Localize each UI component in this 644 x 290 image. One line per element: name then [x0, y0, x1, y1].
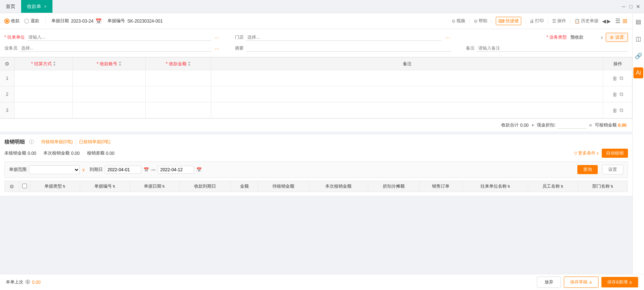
row1-amount[interactable]	[146, 70, 211, 86]
row1-account[interactable]	[73, 70, 146, 86]
summary-label: 摘要	[235, 45, 244, 51]
row3-remark[interactable]	[211, 102, 603, 118]
nav-next[interactable]: ▶	[607, 18, 611, 24]
video-btn[interactable]: ⊙ 视频	[452, 18, 465, 24]
sort-staff[interactable]: ⇅	[561, 185, 564, 188]
maximize-btn[interactable]: □	[628, 4, 634, 9]
dt-th-check	[19, 181, 30, 192]
dt-th-gear[interactable]: ⚙	[5, 181, 19, 192]
date-to-input[interactable]	[158, 166, 194, 174]
print-icon: 🖨	[530, 19, 534, 24]
doc-range-select[interactable]	[29, 165, 80, 174]
current-stat: 本次核销金额 0.00	[43, 150, 79, 156]
action-btn[interactable]: ☰ 操作	[552, 18, 566, 24]
auto-verify-btn[interactable]: 自动核销	[602, 149, 628, 158]
row3-copy-icon[interactable]: ⧉	[620, 107, 623, 113]
sort-dept[interactable]: ⇅	[610, 185, 613, 188]
row1-copy-icon[interactable]: ⧉	[620, 75, 623, 81]
date-range-field: 到期日 📅 — 📅	[90, 166, 202, 174]
date-from-input[interactable]	[105, 166, 141, 174]
calendar-from-icon[interactable]: 📅	[144, 167, 149, 172]
date-range-separator: —	[151, 167, 156, 172]
sort-doctype[interactable]: ⇅	[63, 185, 66, 188]
staff-input[interactable]	[20, 45, 211, 52]
staff-more-btn[interactable]: ···	[213, 46, 221, 51]
remark-input[interactable]	[477, 45, 628, 52]
history-label: 历史单据	[581, 18, 598, 24]
tab-home[interactable]: 首页	[0, 0, 21, 13]
th-gear[interactable]: ⚙	[0, 58, 15, 70]
tab-current[interactable]: 收款单 ×	[21, 0, 52, 13]
row1-settlement[interactable]	[15, 70, 73, 86]
sidebar-table-icon[interactable]: ▤	[633, 16, 643, 27]
discount-input[interactable]	[557, 122, 586, 129]
row3-amount[interactable]	[146, 102, 211, 118]
filter-setting-btn[interactable]: 设置	[602, 165, 623, 175]
row2-delete-icon[interactable]: 🗑	[612, 91, 617, 97]
minimize-btn[interactable]: ─	[621, 4, 627, 9]
row3-settlement[interactable]	[15, 102, 73, 118]
row1-delete-icon[interactable]: 🗑	[612, 75, 617, 81]
row2-amount[interactable]	[146, 86, 211, 102]
doc-range-dropdown[interactable]: ∨	[82, 167, 85, 172]
verify-info-icon[interactable]: ⓘ	[29, 139, 34, 145]
counterpart-input[interactable]	[27, 34, 211, 41]
row3-account[interactable]	[73, 102, 146, 118]
business-type-dropdown[interactable]: ∨	[600, 35, 604, 40]
sidebar-link-icon[interactable]: 🔗	[633, 50, 644, 62]
help-btn[interactable]: ⊙ 帮助	[474, 18, 487, 24]
row3-actions: 🗑 ⧉	[603, 102, 632, 118]
store-more-btn[interactable]: ···	[444, 35, 451, 40]
table-row: 3 🗑 ⧉	[0, 102, 632, 118]
form-area: 往来单位 ··· 门店 ··· 业务类型 预收款 ∨ ⚙ 设置	[0, 29, 632, 57]
date-range: 📅 — 📅	[105, 166, 202, 174]
row2-remark[interactable]	[211, 86, 603, 102]
sort-amount[interactable]: ▲▼	[188, 61, 191, 67]
row2-settlement[interactable]	[15, 86, 73, 102]
main-content: 收款 退款 单据日期 2023-03-24 📅 单据编号 SK-20230324…	[0, 13, 632, 274]
summary-input[interactable]	[246, 45, 451, 52]
more-conditions-btn[interactable]: ▽ 更多条件 ∧	[574, 150, 599, 156]
equals-sign: =	[589, 123, 592, 128]
counterpart-more-btn[interactable]: ···	[213, 35, 221, 40]
dt-docnum-label: 单据编号	[94, 183, 112, 189]
verify-tab-pending[interactable]: 待核销单据(0笔)	[38, 138, 76, 146]
query-btn[interactable]: 查询	[577, 165, 598, 174]
sort-docnum[interactable]: ⇅	[113, 185, 115, 188]
dt-check-all[interactable]	[22, 184, 27, 188]
discount-item: 现金折扣:	[537, 122, 586, 129]
date-value[interactable]: 2023-03-24	[71, 19, 93, 24]
sort-docdate[interactable]: ⇅	[162, 185, 165, 188]
tab-close-btn[interactable]: ×	[44, 4, 47, 9]
sidebar-ai-icon[interactable]: Ai	[633, 67, 643, 78]
row2-account[interactable]	[73, 86, 146, 102]
row2-copy-icon[interactable]: ⧉	[620, 91, 623, 97]
verify-tab-done[interactable]: 已核销单据(0笔)	[76, 138, 114, 146]
row3-delete-icon[interactable]: 🗑	[612, 107, 617, 113]
nav-prev[interactable]: ◀	[602, 18, 606, 24]
calendar-icon[interactable]: 📅	[95, 18, 102, 24]
print-btn[interactable]: 🖨 打印	[530, 18, 544, 24]
doc-value[interactable]: SK-20230324-001	[127, 19, 162, 24]
dt-th-staff: 员工名称⇅	[528, 181, 578, 192]
th-remark: 备注	[211, 58, 603, 70]
sort-counterpart[interactable]: ⇅	[507, 185, 510, 188]
row1-remark[interactable]	[211, 70, 603, 86]
th-action-text: 操作	[613, 61, 622, 67]
shortcut-btn[interactable]: ⌨ 快捷键	[496, 17, 521, 25]
radio-shoukuan[interactable]: 收款	[4, 18, 20, 24]
settings-btn[interactable]: ⚙ 设置	[606, 33, 628, 42]
staff-label: 业务员	[4, 45, 17, 51]
sort-account[interactable]: ▲▼	[119, 61, 122, 67]
view-grid-btn[interactable]: ⊞	[622, 17, 628, 24]
calendar-to-icon[interactable]: 📅	[196, 167, 202, 172]
doc-num-field: 单据编号 SK-20230324-001	[107, 18, 162, 24]
history-btn[interactable]: 📋 历史单据	[574, 18, 598, 24]
close-btn[interactable]: ✕	[635, 4, 641, 9]
sort-settlement[interactable]: ▲▼	[53, 61, 56, 67]
store-input[interactable]	[246, 34, 442, 41]
view-list-btn[interactable]: ☰	[614, 17, 621, 24]
doc-range-field: 单据范围 ∨	[9, 165, 85, 174]
sidebar-doc-icon[interactable]: ◫	[633, 33, 643, 44]
radio-tuikuan[interactable]: 退款	[24, 18, 39, 24]
